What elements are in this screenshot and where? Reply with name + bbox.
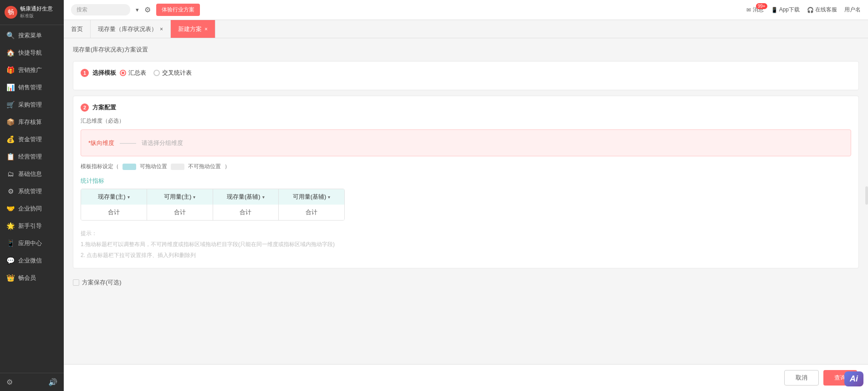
chevron-1[interactable]: ▾ [193, 195, 195, 200]
cart-icon: 🛒 [6, 101, 15, 109]
radio-cross[interactable]: 交叉统计表 [153, 69, 192, 77]
gear-topbar-icon[interactable]: ⚙ [144, 5, 151, 14]
app-download-btn[interactable]: 📱 App下载 [771, 6, 800, 14]
message-btn[interactable]: ✉ 消息 99+ [746, 6, 764, 14]
box-icon: 📦 [6, 118, 15, 126]
chevron-0[interactable]: ▾ [128, 195, 130, 200]
radio-summary-circle[interactable] [120, 70, 126, 76]
sidebar-item-finance[interactable]: 💰 资金管理 [0, 131, 64, 148]
tips-box: 提示： 1.拖动标题栏可以调整布局，不可跨维度或指标区域拖动栏目字段(只能在同一… [81, 228, 851, 261]
save-label: 方案保存(可选) [82, 278, 122, 287]
logo-text: 畅康通好生意 标准版 [20, 5, 53, 19]
col-data-3: 合计 [279, 205, 344, 220]
info-icon: 🗂 [6, 170, 15, 178]
app-logo: 畅 畅康通好生意 标准版 [0, 0, 64, 25]
tab-inventory-close[interactable]: × [160, 26, 163, 32]
dimension-selector[interactable]: *纵向维度 —— 请选择分组维度 [81, 129, 851, 156]
sidebar-item-search[interactable]: 🔍 搜索菜单 [0, 27, 64, 44]
step2-section: 2 方案配置 汇总维度（必选） *纵向维度 —— 请选择分组维度 模板指标设定（… [73, 96, 859, 268]
sidebar-item-app-center[interactable]: 📱 应用中心 [0, 235, 64, 252]
template-radio-group: 汇总表 交叉统计表 [120, 69, 192, 77]
star-icon: 🌟 [6, 222, 15, 230]
bottom-spacer [73, 291, 859, 319]
sales-icon: 📊 [6, 83, 15, 92]
crown-icon: 👑 [6, 274, 15, 282]
col-header-1[interactable]: 可用量(主) ▾ [147, 189, 213, 205]
col-header-2[interactable]: 现存量(基辅) ▾ [213, 189, 279, 205]
ai-badge[interactable]: Ai [844, 371, 863, 386]
sidebar-item-inventory[interactable]: 📦 库存核算 [0, 113, 64, 131]
tab-new-plan[interactable]: 新建方案 × [171, 20, 215, 38]
dropdown-icon[interactable]: ▾ [136, 6, 139, 13]
gear-icon: ⚙ [6, 187, 15, 196]
step1-header: 1 选择模板 汇总表 交叉统计表 [81, 69, 851, 77]
logo-icon: 畅 [5, 6, 17, 19]
sidebar-item-marketing[interactable]: 🎁 营销推广 [0, 62, 64, 79]
stats-label: 统计指标 [81, 177, 851, 185]
step2-title: 方案配置 [92, 103, 116, 112]
stats-data-row: 合计 合计 合计 合计 [81, 205, 344, 220]
indicator-suffix: ） [225, 163, 230, 170]
sidebar-item-system[interactable]: ⚙ 系统管理 [0, 183, 64, 200]
radio-cross-circle[interactable] [153, 70, 160, 76]
dim-placeholder: 请选择分组维度 [142, 139, 183, 147]
sidebar-item-basic-info[interactable]: 🗂 基础信息 [0, 165, 64, 183]
message-icon: ✉ [746, 7, 751, 13]
settings-icon[interactable]: ⚙ [6, 378, 13, 386]
app-icon: 📱 [6, 239, 15, 247]
main-area: 搜索 ▾ ⚙ 体验行业方案 ✉ 消息 99+ 📱 App下载 🎧 在线客服 用户… [64, 0, 868, 391]
step1-section: 1 选择模板 汇总表 交叉统计表 [73, 61, 859, 90]
sidebar-item-sales[interactable]: 📊 销售管理 [0, 79, 64, 96]
fixed-indicator [171, 164, 184, 170]
search-icon: 🔍 [6, 31, 15, 40]
resize-handle[interactable] [865, 186, 868, 205]
draggable-indicator [123, 164, 136, 170]
step2-badge: 2 [81, 103, 89, 112]
message-badge: 99+ [756, 3, 767, 9]
sidebar-item-collab[interactable]: 🤝 企业协同 [0, 200, 64, 217]
save-checkbox[interactable] [73, 279, 79, 286]
col-header-0[interactable]: 现存量(主) ▾ [81, 189, 147, 205]
radio-summary[interactable]: 汇总表 [120, 69, 146, 77]
indicator-row: 模板指标设定（ 可拖动位置 不可拖动位置 ） [81, 163, 851, 170]
draggable-label: 可拖动位置 [140, 163, 167, 170]
sidebar-footer: ⚙ 🔊 [0, 373, 64, 391]
industry-btn[interactable]: 体验行业方案 [156, 4, 200, 16]
tip-line0: 提示： [81, 228, 851, 239]
user-avatar[interactable]: 用户名 [844, 6, 861, 14]
tab-inventory[interactable]: 现存量（库存状况表） × [91, 20, 171, 38]
step1-badge: 1 [81, 69, 89, 77]
sidebar-item-nav[interactable]: 🏠 快捷导航 [0, 44, 64, 62]
col-data-0: 合计 [81, 205, 147, 220]
col-header-3[interactable]: 可用量(基辅) ▾ [279, 189, 344, 205]
ops-icon: 📋 [6, 153, 15, 161]
tab-home[interactable]: 首页 [64, 20, 91, 38]
chevron-2[interactable]: ▾ [262, 195, 265, 200]
col-data-1: 合计 [147, 205, 213, 220]
sidebar-item-member[interactable]: 👑 畅会员 [0, 269, 64, 287]
phone-icon: 📱 [771, 7, 778, 13]
tab-new-plan-close[interactable]: × [204, 26, 208, 32]
fixed-label: 不可拖动位置 [188, 163, 221, 170]
cancel-button[interactable]: 取消 [784, 370, 819, 386]
topbar-right: ✉ 消息 99+ 📱 App下载 🎧 在线客服 用户名 [746, 6, 861, 14]
content-area: 现存量(库存状况表)方案设置 1 选择模板 汇总表 交叉统计表 [64, 38, 868, 391]
sidebar-item-guide[interactable]: 🌟 新手引导 [0, 217, 64, 235]
money-icon: 💰 [6, 135, 15, 144]
sidebar-item-operations[interactable]: 📋 经营管理 [0, 148, 64, 165]
sidebar-nav: 🔍 搜索菜单 🏠 快捷导航 🎁 营销推广 📊 销售管理 🛒 采购管理 📦 库存核… [0, 25, 64, 373]
page-title: 现存量(库存状况表)方案设置 [73, 46, 859, 54]
sidebar-item-purchase[interactable]: 🛒 采购管理 [0, 96, 64, 113]
sidebar: 畅 畅康通好生意 标准版 🔍 搜索菜单 🏠 快捷导航 🎁 营销推广 📊 销售管理… [0, 0, 64, 391]
sidebar-item-wechat[interactable]: 💬 企业微信 [0, 252, 64, 269]
tip-line2: 2. 点击标题栏下拉可设置排序、插入列和删除列 [81, 250, 851, 261]
topbar: 搜索 ▾ ⚙ 体验行业方案 ✉ 消息 99+ 📱 App下载 🎧 在线客服 用户… [64, 0, 868, 20]
search-bar[interactable]: 搜索 [71, 4, 130, 15]
step1-title: 选择模板 [92, 69, 116, 77]
speaker-icon[interactable]: 🔊 [48, 378, 57, 386]
chevron-3[interactable]: ▾ [328, 195, 330, 200]
service-btn[interactable]: 🎧 在线客服 [807, 6, 837, 14]
stats-header: 现存量(主) ▾ 可用量(主) ▾ 现存量(基辅) ▾ 可用量(基辅) ▾ [81, 189, 344, 205]
tabbar: 首页 现存量（库存状况表） × 新建方案 × [64, 20, 868, 38]
summary-dim-label: 汇总维度（必选） [81, 117, 851, 125]
